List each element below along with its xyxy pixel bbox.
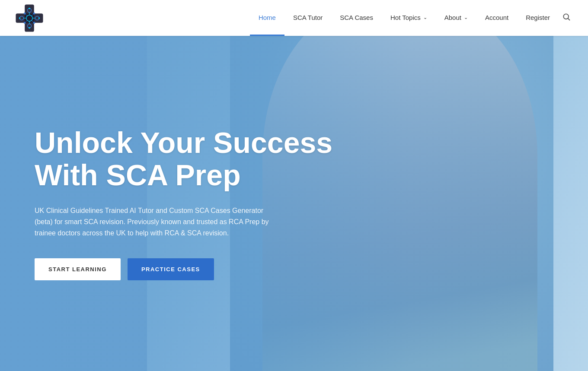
svg-line-24 <box>568 19 570 20</box>
svg-point-18 <box>38 17 40 19</box>
hero-buttons: START LEARNING PRACTICE CASES <box>35 258 337 280</box>
nav-item-hot-topics[interactable]: Hot Topics ⌄ <box>382 0 436 36</box>
nav-item-account[interactable]: Account <box>476 0 517 36</box>
main-nav: Home SCA Tutor SCA Cases Hot Topics ⌄ Ab… <box>250 0 574 36</box>
svg-point-16 <box>29 27 30 29</box>
nav-item-register[interactable]: Register <box>517 0 559 36</box>
nav-item-home[interactable]: Home <box>250 0 284 36</box>
practice-cases-button[interactable]: PRACTICE CASES <box>128 258 214 280</box>
hero-section: Unlock Your Success With SCA Prep UK Cli… <box>0 36 588 371</box>
about-chevron-icon: ⌄ <box>464 15 468 20</box>
logo-link[interactable] <box>14 3 45 34</box>
hero-subtitle: UK Clinical Guidelines Trained AI Tutor … <box>35 205 277 239</box>
svg-point-17 <box>19 17 21 19</box>
hero-title: Unlock Your Success With SCA Prep <box>35 127 337 191</box>
site-header: Home SCA Tutor SCA Cases Hot Topics ⌄ Ab… <box>0 0 588 36</box>
nav-item-sca-cases[interactable]: SCA Cases <box>331 0 382 36</box>
hot-topics-chevron-icon: ⌄ <box>423 15 427 20</box>
nav-item-sca-tutor[interactable]: SCA Tutor <box>284 0 331 36</box>
svg-point-15 <box>29 7 30 9</box>
search-icon[interactable] <box>559 13 574 23</box>
start-learning-button[interactable]: START LEARNING <box>35 258 121 280</box>
nav-item-about[interactable]: About ⌄ <box>436 0 476 36</box>
hero-content: Unlock Your Success With SCA Prep UK Cli… <box>0 101 372 306</box>
logo-icon <box>14 3 45 34</box>
